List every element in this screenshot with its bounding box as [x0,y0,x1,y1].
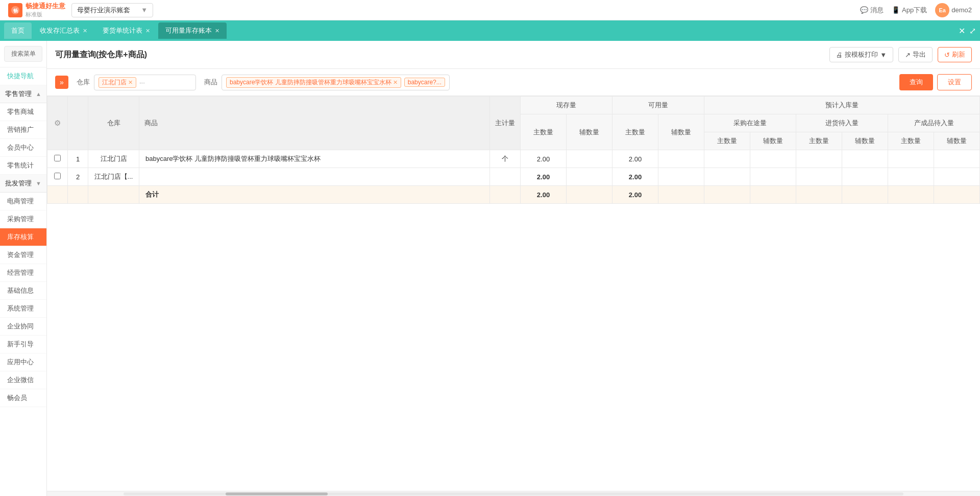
tab-home[interactable]: 首页 [4,22,32,39]
sidebar-item-purchase[interactable]: 采购管理 [0,210,46,228]
user-name: demo2 [951,6,972,14]
sidebar-item-ecommerce[interactable]: 电商管理 [0,193,46,210]
sidebar-item-marketing[interactable]: 营销推广 [0,121,46,139]
sidebar-item-member-center[interactable]: 会员中心 [0,139,46,157]
th-production-pending-aux: 辅数量 [934,132,980,150]
row2-purchase-transit-main [704,168,750,186]
tab-receive-label: 收发存汇总表 [40,26,80,35]
warehouse-tag-close[interactable]: ✕ [128,79,133,86]
app-icon: 📱 [892,6,900,14]
row1-product: babycare学饮杯 儿童防摔防撞吸管杯重力球吸嘴杯宝宝水杯 [139,150,490,168]
table-settings-icon[interactable]: ⚙ [54,119,61,127]
row1-no: 1 [68,150,88,168]
print-button[interactable]: 🖨 按模板打印 ▼ [829,47,893,62]
row2-production-main [888,168,934,186]
sidebar-item-retail-stats[interactable]: 零售统计 [0,157,46,175]
summary-purchase-pending-aux [842,186,888,204]
sidebar-item-system[interactable]: 系统管理 [0,300,46,318]
tab-close-all-icon[interactable]: ✕ [959,26,965,36]
row1-available-aux [658,150,704,168]
filter-settings-button[interactable]: 设置 [937,74,972,90]
tab-order-close[interactable]: ✕ [145,28,150,34]
scrollbar-track[interactable] [124,492,903,495]
row1-check-input[interactable] [54,155,61,161]
tab-receive-summary[interactable]: 收发存汇总表 ✕ [33,22,94,39]
product-tag-babycare2[interactable]: babycare?... [404,78,445,87]
sidebar-item-retail-mall[interactable]: 零售商城 [0,103,46,121]
sidebar-item-finance[interactable]: 资金管理 [0,246,46,264]
user-avatar: Ea [935,3,949,17]
horizontal-scrollbar[interactable] [47,491,980,496]
product-tag-label: babycare学饮杯 儿童防摔防撞吸管杯重力球吸嘴杯宝宝水杯 [230,78,391,87]
warehouse-filter-tags[interactable]: 江北门店 ✕ ··· [94,75,196,90]
row2-checkbox[interactable] [47,168,68,186]
tab-expand-icon[interactable]: ⤢ [969,26,976,36]
product-filter-tags[interactable]: babycare学饮杯 儿童防摔防撞吸管杯重力球吸嘴杯宝宝水杯 ✕ babyca… [222,75,450,90]
refresh-label: 刷新 [952,50,965,59]
warehouse-tag-label: 江北门店 [102,78,127,87]
sidebar-item-wechat[interactable]: 企业微信 [0,371,46,389]
row1-stock-aux [567,150,612,168]
warehouse-tag-jiangbei[interactable]: 江北门店 ✕ [99,77,136,88]
row2-unit [490,168,521,186]
export-button[interactable]: ↗ 导出 [898,47,933,62]
export-icon: ↗ [905,51,911,59]
refresh-button[interactable]: ↺ 刷新 [938,47,972,62]
row2-check-input[interactable] [54,173,61,179]
tab-order-label: 要货单统计表 [103,26,142,35]
sidebar-item-newbie[interactable]: 新手引导 [0,336,46,353]
sidebar-item-inventory[interactable]: 库存核算 [0,228,46,246]
sidebar-search-button[interactable]: 搜索菜单 [4,46,42,62]
user-area[interactable]: Ea demo2 [935,3,972,17]
th-settings: ⚙ [47,97,68,150]
summary-empty2 [68,186,88,204]
warehouse-selector[interactable]: 母婴行业演示账套 ▼ [71,3,153,17]
sidebar-item-operation[interactable]: 经营管理 [0,264,46,282]
summary-purchase-transit-main [704,186,750,204]
message-action[interactable]: 💬 消息 [860,6,884,15]
sidebar-item-basic[interactable]: 基础信息 [0,282,46,300]
warehouse-selector-label: 母婴行业演示账套 [77,6,130,15]
summary-available-main: 2.00 [612,186,658,204]
logo-version: 标准版 [26,11,65,18]
th-unit: 主计量 [490,97,521,150]
print-label: 按模板打印 [845,50,878,59]
product-filter-label: 商品 [204,78,217,87]
th-product: 商品 [139,97,490,150]
sidebar-item-quick-nav[interactable]: 快捷导航 [0,67,46,85]
product-tag-close[interactable]: ✕ [393,79,398,86]
tab-available-close[interactable]: ✕ [215,28,219,34]
tab-order-stats[interactable]: 要货单统计表 ✕ [95,22,157,39]
sidebar-item-member[interactable]: 畅会员 [0,389,46,407]
summary-row: 合计 2.00 2.00 [47,186,980,204]
filter-more-dots[interactable]: ··· [139,79,145,86]
table-area: ⚙ 仓库 商品 主计量 现存量 可用量 预计入库量 主数量 辅数量 主数量 [47,96,980,491]
warehouse-selector-arrow: ▼ [141,6,148,14]
tab-available-stock[interactable]: 可用量库存账本 ✕ [158,22,227,39]
summary-empty4 [490,186,521,204]
row1-purchase-transit-aux [750,150,796,168]
product-tag2-label: babycare?... [408,79,442,86]
row1-checkbox[interactable] [47,150,68,168]
query-button[interactable]: 查询 [899,74,933,90]
top-bar-left: 畅 畅捷通好生意 标准版 母婴行业演示账套 ▼ [8,2,153,18]
filter-expand-button[interactable]: » [55,76,68,89]
print-arrow: ▼ [880,51,887,59]
sidebar-section-wholesale[interactable]: 批发管理 ▼ [0,175,46,193]
th-available-aux: 辅数量 [658,114,704,150]
product-tag-babycare[interactable]: babycare学饮杯 儿童防摔防撞吸管杯重力球吸嘴杯宝宝水杯 ✕ [226,77,401,88]
sidebar: 搜索菜单 快捷导航 零售管理 ▲ 零售商城 营销推广 会员中心 零售统计 批发管… [0,41,47,496]
tab-home-label: 首页 [11,26,24,35]
sidebar-search: 搜索菜单 [0,41,46,67]
sidebar-section-zero-sales[interactable]: 零售管理 ▲ [0,85,46,103]
row2-stock-main: 2.00 [521,168,567,186]
warehouse-filter-group: 仓库 江北门店 ✕ ··· [77,75,196,90]
sidebar-section-zero-sales-arrow: ▲ [36,91,41,97]
tab-receive-close[interactable]: ✕ [83,28,87,34]
app-download-action[interactable]: 📱 App下载 [892,6,927,15]
sidebar-section-zero-sales-label: 零售管理 [5,89,32,99]
th-purchase-pending-label: 进货待入量 [796,114,888,132]
sidebar-item-enterprise[interactable]: 企业协同 [0,318,46,336]
sidebar-item-appstore[interactable]: 应用中心 [0,353,46,371]
scrollbar-thumb[interactable] [226,492,328,495]
